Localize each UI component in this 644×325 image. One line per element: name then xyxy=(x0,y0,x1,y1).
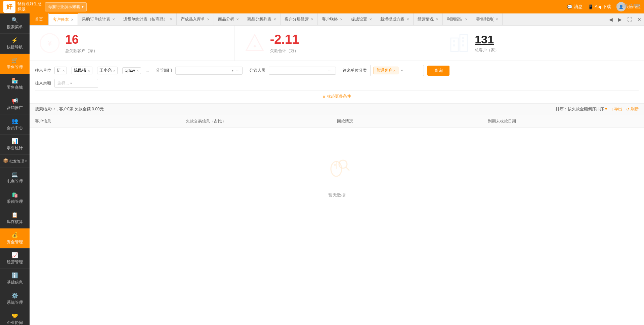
filter-label-dept: 分管部门 xyxy=(156,68,172,73)
filter-balance-select[interactable]: 选择... ▾ xyxy=(54,79,98,88)
svg-line-14 xyxy=(346,167,349,170)
tab-incoming-stats[interactable]: 进货单统计表（按商品） ✕ xyxy=(119,13,177,26)
export-icon: ↑ xyxy=(611,107,613,112)
refresh-btn[interactable]: ↺ 刷新 xyxy=(626,106,639,112)
sidebar-item-wholesale[interactable]: 📦 批发管理 ▾ xyxy=(0,155,30,168)
filter-label-person: 分管人员 xyxy=(249,68,265,73)
empty-icon xyxy=(324,155,350,188)
close-tab-operations[interactable]: ✕ xyxy=(436,17,438,21)
tab-retail-profit[interactable]: 零售利润( ✕ xyxy=(472,13,503,26)
account-selector[interactable]: 母婴行业演示账套 ▾ xyxy=(45,2,87,11)
tab-product-analysis[interactable]: 商品分析 ✕ xyxy=(214,13,243,26)
tab-nav-prev[interactable]: ◀ xyxy=(606,17,615,22)
tab-nav-next[interactable]: ▶ xyxy=(615,17,625,22)
operations-icon: 📈 xyxy=(0,252,30,258)
stat-number-debt-amount: -2.11 xyxy=(270,32,299,47)
message-btn[interactable]: 💬 消息 xyxy=(567,4,583,10)
remove-tag-cjttcw[interactable]: × xyxy=(136,69,138,73)
close-tab-profit[interactable]: ✕ xyxy=(465,17,468,21)
sidebar-item-quick-nav[interactable]: ⚡ 快捷导航 xyxy=(0,34,30,54)
filter-category-select[interactable]: 普通客户 × ▾ xyxy=(370,65,424,76)
tab-purchase-order-stats[interactable]: 采购订单统计表 ✕ xyxy=(78,13,119,26)
table-container: 客户信息 欠款交易信息（占比） 回款情况 到期未收款日期 xyxy=(30,115,644,225)
col-repayment: 回款情况 xyxy=(337,118,488,124)
chevron-down-dept-icon: ▾ xyxy=(232,69,233,72)
sidebar-item-enterprise-coop[interactable]: 🤝 企业协同 xyxy=(0,309,30,325)
tab-operations-report[interactable]: 经营情况 ✕ xyxy=(414,13,443,26)
remove-tag-wang[interactable]: × xyxy=(113,69,115,73)
tab-home[interactable]: 首页 xyxy=(30,13,49,26)
remove-tag-wu[interactable]: × xyxy=(62,69,65,73)
remove-tag-chen[interactable]: × xyxy=(88,69,90,73)
results-bar: 搜索结果中，客户0家 欠款金额 0.00元 排序：按欠款金额倒序排序 ▾ ↑ 导… xyxy=(30,104,644,115)
sidebar-item-retail-mall[interactable]: 🏪 零售商城 xyxy=(0,74,30,94)
info-icon: ℹ️ xyxy=(0,272,30,279)
tab-maximize[interactable]: ⛶ xyxy=(625,17,635,22)
sidebar-item-retail-stats[interactable]: 📊 零售统计 xyxy=(0,135,30,155)
sidebar-item-ecommerce[interactable]: 💻 电商管理 xyxy=(0,168,30,188)
sidebar-item-sys-mgmt[interactable]: ⚙️ 系统管理 xyxy=(0,289,30,309)
close-tab-incoming[interactable]: ✕ xyxy=(170,17,172,21)
stat-total-debt-customers: ¥ 16 总欠款客户（家） xyxy=(30,26,234,61)
sidebar-item-basic-info[interactable]: ℹ️ 基础信息 xyxy=(0,269,30,289)
shop-icon: 🏪 xyxy=(0,77,30,84)
sidebar-item-member-center[interactable]: 👥 会员中心 xyxy=(0,114,30,135)
tab-close-all[interactable]: ✕ xyxy=(635,17,644,22)
close-tab-product-analysis-list[interactable]: ✕ xyxy=(273,17,276,21)
main-content: ¥ 16 总欠款客户（家） ✦ xyxy=(30,26,644,325)
content-area: 首页 客户账本 ✕ 采购订单统计表 ✕ 进货单统计表（按商品） ✕ 产成品入库单… xyxy=(30,13,644,325)
logo-icon: 好 xyxy=(3,1,15,13)
tab-profit-report[interactable]: 利润报告 ✕ xyxy=(443,13,472,26)
sidebar-item-search-menu[interactable]: 🔍 搜索菜单 xyxy=(0,13,30,34)
main-area: 🔍 搜索菜单 ⚡ 快捷导航 🛒 零售管理 🏪 零售商城 📢 营销推广 👥 xyxy=(0,13,644,325)
coop-icon: 🤝 xyxy=(0,313,30,319)
close-tab-product-analysis[interactable]: ✕ xyxy=(236,17,239,21)
close-tab-customer-tier[interactable]: ✕ xyxy=(311,17,313,21)
close-tab-new-promo-plan[interactable]: ✕ xyxy=(406,17,409,21)
filter-label-balance: 往来余额 xyxy=(35,80,51,86)
tab-product-analysis-list[interactable]: 商品分析列表 ✕ xyxy=(243,13,281,26)
ecommerce-icon: 💻 xyxy=(0,171,30,178)
close-tab-purchase-order[interactable]: ✕ xyxy=(112,17,115,21)
cart-icon: 🛒 xyxy=(0,57,30,64)
expand-arrow-icon: ▾ xyxy=(25,159,27,163)
query-button[interactable]: 查询 xyxy=(427,66,449,76)
tab-customer-tier[interactable]: 客户分层经营 ✕ xyxy=(281,13,318,26)
collapse-filter-btn[interactable]: ∧ 收起更多条件 xyxy=(35,91,639,99)
close-tab-customer-accounts[interactable]: ✕ xyxy=(71,18,74,22)
chevron-down-sort-icon[interactable]: ▾ xyxy=(605,107,607,111)
filter-tag-cjttcw: cjttcw × xyxy=(122,67,141,74)
sidebar-item-inventory[interactable]: 📋 库存核算 xyxy=(0,208,30,228)
sidebar-item-purchase[interactable]: 🛍️ 采购管理 xyxy=(0,188,30,208)
close-tab-promo-settings[interactable]: ✕ xyxy=(369,17,372,21)
top-bar: 好 畅捷通好生意 标版 母婴行业演示账套 ▾ 💬 消息 📱 App下载 👤 de… xyxy=(0,0,644,13)
close-tab-retail-profit[interactable]: ✕ xyxy=(496,17,498,21)
sidebar-item-retail-mgmt[interactable]: 🛒 零售管理 xyxy=(0,54,30,74)
tab-promo-settings[interactable]: 提成设置 ✕ xyxy=(347,13,376,26)
close-tab-product-instock[interactable]: ✕ xyxy=(207,17,210,21)
stat-icon-clients xyxy=(449,33,469,53)
stat-number-debt-customers: 16 xyxy=(65,33,97,47)
purchase-icon: 🛍️ xyxy=(0,191,30,198)
svg-rect-8 xyxy=(462,37,464,39)
app-download-btn[interactable]: 📱 App下载 xyxy=(588,4,611,10)
remove-category-tag[interactable]: × xyxy=(393,69,395,73)
close-tab-customer-contact[interactable]: ✕ xyxy=(340,17,343,21)
wholesale-icon: 📦 xyxy=(3,158,8,163)
col-due-date: 到期未收款日期 xyxy=(488,118,639,124)
filter-person-select[interactable]: ··· xyxy=(269,67,336,75)
tab-product-instock[interactable]: 产成品入库单 ✕ xyxy=(177,13,214,26)
sidebar-item-marketing[interactable]: 📢 营销推广 xyxy=(0,94,30,114)
filter-more-tags[interactable]: ... xyxy=(146,68,149,73)
tab-customer-contact[interactable]: 客户联络 ✕ xyxy=(318,13,347,26)
filter-tag-wu: 伍 × xyxy=(54,67,67,74)
sidebar-item-finance[interactable]: 💰 资金管理 xyxy=(0,228,30,249)
filter-row-2: 往来余额 选择... ▾ xyxy=(35,79,639,88)
sidebar: 🔍 搜索菜单 ⚡ 快捷导航 🛒 零售管理 🏪 零售商城 📢 营销推广 👥 xyxy=(0,13,30,325)
sidebar-item-operations[interactable]: 📈 经营管理 xyxy=(0,249,30,269)
filter-dept-select[interactable]: ▾ ··· xyxy=(175,67,243,75)
export-btn[interactable]: ↑ 导出 xyxy=(611,106,622,112)
tab-new-promo-plan[interactable]: 新增提成方案 ✕ xyxy=(376,13,414,26)
svg-rect-10 xyxy=(462,44,464,46)
tab-customer-accounts[interactable]: 客户账本 ✕ xyxy=(49,13,78,26)
